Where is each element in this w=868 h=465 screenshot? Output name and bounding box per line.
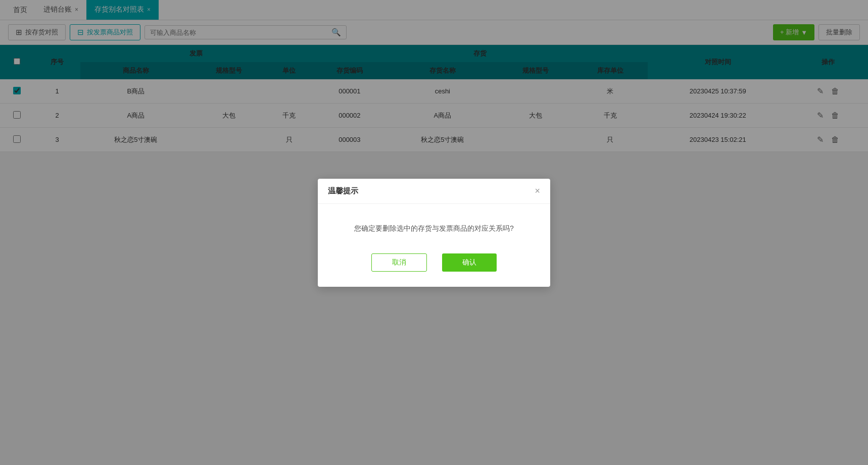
modal-overlay: 温馨提示 × 您确定要删除选中的存货与发票商品的对应关系吗? 取消 确认 [0,0,868,152]
